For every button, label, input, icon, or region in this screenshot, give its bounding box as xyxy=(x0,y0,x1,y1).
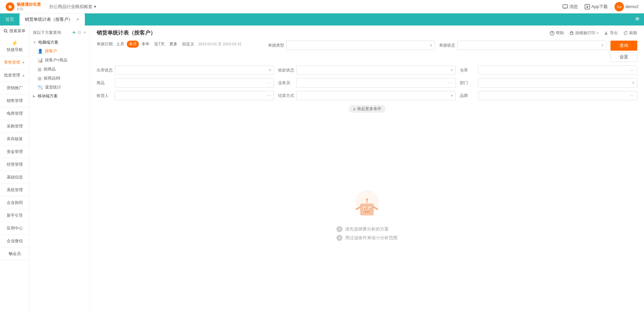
edit-scheme-button[interactable]: ⊙ xyxy=(77,30,82,36)
sidebar-item-sales[interactable]: 销售管理 xyxy=(0,95,29,107)
sidebar-item-corp-wechat[interactable]: 企业微信 xyxy=(0,235,29,248)
brand-input[interactable]: ··· xyxy=(478,91,637,100)
sidebar-item-ecommerce[interactable]: 电商管理 xyxy=(0,107,29,120)
settings-button[interactable]: 设置 xyxy=(610,52,637,62)
sidebar-item-purchase[interactable]: 采购管理 xyxy=(0,120,29,133)
chevron-icon: ▲ xyxy=(22,73,25,77)
collapse-bar: ∧ 收起更多条件 xyxy=(97,104,637,115)
header-left: 畅 畅捷通好生意 标版 办公用品行业模拟账套 ▾ xyxy=(5,2,96,11)
chevron-down-icon: ▾ xyxy=(632,81,634,85)
help-button[interactable]: 帮助 xyxy=(550,30,564,36)
empty-tip-1: ① 请先选择要分析的方案 xyxy=(336,226,397,232)
tab-close-button[interactable]: ✕ xyxy=(76,17,79,22)
content-area: 按以下方案查询 + ⊙ « ▼ 电脑端方案 👤 按客户 📊 xyxy=(30,25,644,310)
scheme-item-by-customer[interactable]: 👤 按客户 xyxy=(30,47,90,56)
chevron-down-icon: ▾ xyxy=(601,43,603,48)
query-settings-buttons: 查询 设置 xyxy=(610,41,637,62)
warehouse-input[interactable]: ··· xyxy=(478,65,637,75)
dots-icon: ··· xyxy=(267,93,271,99)
search-menu-button[interactable]: 搜索菜单 xyxy=(0,25,29,37)
chevron-down-icon: ▾ xyxy=(451,93,453,98)
app-download-button[interactable]: App下载 xyxy=(585,4,608,10)
svg-rect-10 xyxy=(361,205,373,214)
message-icon xyxy=(562,4,568,9)
empty-illustration xyxy=(350,189,384,222)
scheme-item-return-stats[interactable]: 📉 退货统计 xyxy=(30,83,90,92)
report-actions: 帮助 按模板打印 ▾ xyxy=(550,30,637,36)
date-filter: 单据日期 上月 本月 本年 近7天 更多 自定义 2023-03-01 至 20… xyxy=(97,41,264,48)
date-tab-this-month[interactable]: 本月 xyxy=(127,41,139,48)
template-print-button[interactable]: 按模板打印 ▾ xyxy=(569,30,598,36)
sidebar-item-finance[interactable]: 资金管理 xyxy=(0,146,29,158)
report-title: 销货单统计表（按客户） xyxy=(97,30,156,37)
filter-area: 单据日期 上月 本月 本年 近7天 更多 自定义 2023-03-01 至 20… xyxy=(90,37,644,119)
app-selector[interactable]: 办公用品行业模拟账套 ▾ xyxy=(49,4,96,10)
scheme-item-by-product[interactable]: ▦ 按商品 xyxy=(30,65,90,74)
scheme-group-desktop-header[interactable]: ▼ 电脑端方案 xyxy=(30,38,90,47)
collapse-button[interactable]: ∧ 收起更多条件 xyxy=(349,105,385,113)
svg-text:畅: 畅 xyxy=(8,5,12,9)
user-profile[interactable]: Ea demo2 xyxy=(614,2,639,11)
query-button[interactable]: 查询 xyxy=(610,41,637,51)
chevron-down-icon: ▾ xyxy=(597,31,598,35)
filter-row-2: 出库状态 ▾ 收款状态 ▾ 仓库 xyxy=(97,65,637,75)
sidebar-item-inventory[interactable]: 库存核算 xyxy=(0,133,29,146)
sidebar-item-system[interactable]: 系统管理 xyxy=(0,184,29,197)
collapse-scheme-button[interactable]: « xyxy=(84,30,86,36)
tab-expand-button[interactable] xyxy=(635,16,644,23)
printer-icon xyxy=(569,31,574,36)
export-button[interactable]: 导出 xyxy=(604,30,618,36)
sidebar-item-retail[interactable]: 零售管理 ▼ xyxy=(0,56,29,69)
scheme-item-by-customer-product[interactable]: 📊 按客户+商品 xyxy=(30,56,90,65)
sidebar-item-quick-nav[interactable]: ⚡ 快捷导航 xyxy=(0,37,29,56)
top-header: 畅 畅捷通好生意 标版 办公用品行业模拟账套 ▾ 消息 App下载 xyxy=(0,0,644,13)
add-scheme-button[interactable]: + xyxy=(72,30,75,36)
product-input[interactable]: ··· xyxy=(115,78,274,88)
scheme-actions: + ⊙ « xyxy=(72,30,86,36)
avatar: Ea xyxy=(614,2,624,11)
department-input[interactable]: ▾ xyxy=(478,78,637,88)
sidebar-item-member[interactable]: 畅会员 xyxy=(0,248,29,260)
empty-state: ① 请先选择要分析的方案 ② 用过滤条件来缩小分析范围 xyxy=(90,119,644,310)
date-tab-this-year[interactable]: 本年 xyxy=(140,41,152,48)
sidebar-item-basics[interactable]: 基础信息 xyxy=(0,171,29,184)
settlement-filter: 结算方式 ▾ xyxy=(278,91,455,100)
chevron-down-icon: ▾ xyxy=(94,4,96,9)
bar-icon: 📉 xyxy=(38,85,43,90)
doc-status-input[interactable]: ▾ xyxy=(457,41,606,50)
payment-status-filter: 收款状态 ▾ xyxy=(278,65,455,75)
sidebar-item-enterprise[interactable]: 企业协同 xyxy=(0,197,29,209)
refresh-button[interactable]: 刷新 xyxy=(623,30,637,36)
doc-type-input[interactable]: ▾ xyxy=(286,41,435,50)
tab-bar: 首页 销货单统计表（按客户） ✕ xyxy=(0,13,644,25)
svg-point-4 xyxy=(4,29,7,32)
download-icon xyxy=(585,4,590,9)
out-status-input[interactable]: ▾ xyxy=(115,65,274,75)
consignee-input[interactable]: ··· xyxy=(115,91,274,100)
scheme-panel: 按以下方案查询 + ⊙ « ▼ 电脑端方案 👤 按客户 📊 xyxy=(30,25,90,310)
date-tab-more[interactable]: 更多 xyxy=(167,41,179,48)
date-tab-last-7[interactable]: 近7天 xyxy=(152,41,167,48)
filter-row-3: 商品 ··· 业务员 ··· 部门 xyxy=(97,78,637,88)
date-tab-last-month[interactable]: 上月 xyxy=(114,41,126,48)
sidebar-item-app-center[interactable]: 应用中心 xyxy=(0,222,29,235)
tab-home[interactable]: 首页 xyxy=(0,13,19,25)
payment-status-input[interactable]: ▾ xyxy=(296,65,455,75)
tab-sales-stat[interactable]: 销货单统计表（按客户） ✕ xyxy=(19,13,85,25)
sidebar-item-operations[interactable]: 经营管理 xyxy=(0,158,29,171)
sidebar-item-marketing[interactable]: 营销推广 xyxy=(0,82,29,95)
sidebar-item-newbie[interactable]: 新手引导 xyxy=(0,209,29,222)
department-filter: 部门 ▾ xyxy=(460,78,637,88)
empty-tip-2: ② 用过滤条件来缩小分析范围 xyxy=(336,235,397,241)
date-tab-custom[interactable]: 自定义 xyxy=(180,41,196,48)
svg-rect-2 xyxy=(563,5,568,8)
scheme-item-by-product-99[interactable]: ▦ 按商品99 xyxy=(30,74,90,83)
message-button[interactable]: 消息 xyxy=(562,4,578,10)
report-area: 销货单统计表（按客户） 帮助 xyxy=(90,25,644,310)
salesperson-input[interactable]: ··· xyxy=(296,78,455,88)
chart-icon: 📊 xyxy=(38,58,43,63)
chevron-right-icon: ▶ xyxy=(33,94,36,98)
settlement-input[interactable]: ▾ xyxy=(296,91,455,100)
scheme-group-mobile-header[interactable]: ▶ 移动端方案 xyxy=(30,92,90,100)
sidebar-item-wholesale[interactable]: 批发管理 ▲ xyxy=(0,69,29,82)
